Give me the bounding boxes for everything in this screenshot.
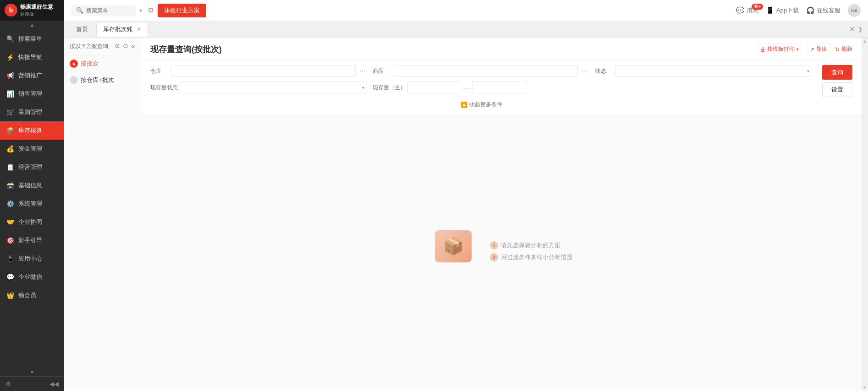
tab-close-icon[interactable]: ✕ — [137, 26, 141, 33]
topbar-gear-icon[interactable]: ⚙ — [148, 6, 154, 15]
app-logo: b — [5, 4, 17, 16]
print-dropdown-icon[interactable]: ▾ — [797, 47, 799, 52]
sidebar-item-label: 基础信息 — [18, 181, 42, 190]
sidebar-header: b 畅康通好生意 标准版 — [0, 0, 64, 21]
empty-tip-2: 2 用过滤条件来缩小分析范围 — [490, 253, 572, 261]
range-dash: — — [464, 84, 470, 91]
goods-input[interactable] — [393, 65, 578, 77]
query-button[interactable]: 查询 — [822, 65, 852, 80]
settings-button[interactable]: 设置 — [822, 82, 852, 97]
user-item[interactable]: Rit — [848, 4, 861, 17]
sidebar-item-label: 销售管理 — [18, 90, 42, 98]
sidebar-item-quick-nav[interactable]: ⚡ 快捷导航 — [0, 48, 64, 66]
sidebar-item-label: 快捷导航 — [18, 53, 42, 61]
topbar-right: 💬 消息 99+ 📱 App下载 🎧 在线客服 Rit — [736, 4, 861, 17]
quick-nav-icon: ⚡ — [5, 53, 15, 62]
topbar-search-box[interactable]: 🔍 — [71, 5, 136, 16]
sidebar-item-inventory[interactable]: 📦 库存核算 — [0, 121, 64, 140]
export-button[interactable]: ↗ 导出 — [807, 43, 830, 55]
refresh-button[interactable]: ↻ 刷新 — [835, 45, 852, 53]
inventory-qty-min-input[interactable] — [407, 81, 462, 93]
finance-icon: 💰 — [5, 144, 15, 153]
plan-unselected-icon: ○ — [70, 76, 78, 84]
tab-panel-expand-icon[interactable]: ❯ — [858, 26, 863, 33]
sidebar-item-enterprise[interactable]: 🤝 企业协同 — [0, 213, 64, 231]
sidebar-item-label: 企业微信 — [18, 273, 42, 281]
inventory-qty-max-input[interactable] — [472, 81, 527, 93]
filter-area: 仓库 ··· 商品 ··· 状态 — [141, 60, 862, 115]
demo-button[interactable]: 体验行业方案 — [158, 4, 206, 17]
topbar: 🔍 ▾ ⚙ 体验行业方案 💬 消息 99+ 📱 App下载 🎧 在线客服 — [64, 0, 868, 21]
page-title: 现存量查询(按批次) — [150, 44, 222, 55]
scroll-up-icon[interactable]: ▲ — [863, 38, 867, 43]
tip-num-1: 1 — [490, 241, 498, 250]
sidebar-item-label: 营销推广 — [18, 71, 42, 80]
collapse-more-btn[interactable]: 🔼 收起更多条件 — [150, 98, 812, 109]
status-select-wrapper: ▾ — [615, 65, 812, 77]
warehouse-more-icon[interactable]: ··· — [357, 67, 367, 75]
warehouse-input[interactable] — [170, 65, 356, 77]
sidebar-item-search[interactable]: 🔍 搜索菜单 — [0, 30, 64, 48]
tabbar: 首页 库存批次账 ✕ ✕ ❯ — [64, 21, 868, 38]
plan-item-by-warehouse-batch[interactable]: ○ 按仓库+批次 — [64, 72, 141, 88]
tab-inventory-batch[interactable]: 库存批次账 ✕ — [96, 22, 148, 37]
plan-item-by-batch[interactable]: ● 按批次 — [64, 55, 141, 72]
sidebar-nav: 🔍 搜索菜单 ⚡ 快捷导航 📢 营销推广 📊 销售管理 🛒 采购管理 📦 库存核… — [0, 30, 64, 367]
manage-plan-icon[interactable]: ⊙ — [123, 42, 128, 50]
sidebar-item-basic[interactable]: 🗃️ 基础信息 — [0, 176, 64, 195]
collapse-up-icon: 🔼 — [461, 102, 467, 108]
sidebar-item-label: 新手引导 — [18, 236, 42, 244]
sidebar-item-newbie[interactable]: 🎯 新手引导 — [0, 231, 64, 250]
plan-label: 按仓库+批次 — [81, 76, 114, 84]
print-button[interactable]: 🖨 按模板打印 ▾ — [757, 43, 802, 55]
status-label: 状态 — [595, 67, 614, 75]
plan-selected-icon: ● — [70, 60, 78, 68]
collapse-left-panel-icon[interactable]: « — [131, 42, 135, 50]
left-panel: 按以下方案查询 ⊕ ⊙ « ● 按批次 ○ 按仓库+批次 — [64, 38, 141, 391]
sidebar-scroll-up[interactable]: ▲ — [0, 21, 64, 30]
sidebar-item-finance[interactable]: 💰 资金管理 — [0, 140, 64, 158]
message-icon: 💬 — [736, 6, 745, 15]
settings-icon[interactable]: ⚙ — [5, 380, 11, 387]
goods-more-icon[interactable]: ··· — [580, 67, 589, 75]
scroll-down-icon[interactable]: ▼ — [863, 385, 867, 390]
inventory-status-select[interactable] — [180, 81, 367, 93]
right-content: 现存量查询(按批次) 🖨 按模板打印 ▾ ↗ 导出 ↻ 刷新 — [141, 38, 862, 391]
brand-text: 畅康通好生意 标准版 — [20, 4, 53, 17]
sidebar-item-app-center[interactable]: 📱 应用中心 — [0, 250, 64, 268]
topbar-search-icon: 🔍 — [76, 7, 83, 14]
tab-panel-close-icon[interactable]: ✕ — [849, 25, 855, 33]
add-plan-icon[interactable]: ⊕ — [115, 42, 120, 50]
print-label: 按模板打印 — [767, 45, 795, 53]
sidebar-item-purchase[interactable]: 🛒 采购管理 — [0, 103, 64, 121]
sidebar-item-label: 经营管理 — [18, 163, 42, 171]
sidebar-item-label: 搜索菜单 — [18, 35, 42, 43]
app-download-label: App下载 — [776, 6, 799, 15]
collapse-sidebar-icon[interactable]: ◀◀ — [49, 380, 59, 387]
sidebar-item-operations[interactable]: 📋 经营管理 — [0, 158, 64, 176]
sidebar-item-sales[interactable]: 📊 销售管理 — [0, 85, 64, 103]
app-download-item[interactable]: 📱 App下载 — [766, 6, 799, 15]
message-item[interactable]: 💬 消息 99+ — [736, 6, 758, 15]
topbar-left: 🔍 ▾ ⚙ 体验行业方案 — [71, 4, 731, 17]
sidebar-item-label: 系统管理 — [18, 200, 42, 208]
sidebar-scroll-down[interactable]: ▼ — [0, 367, 64, 376]
empty-illustration — [430, 230, 476, 276]
filter-inventory-status: 现存量状态 ▾ — [150, 81, 367, 93]
sidebar-item-marketing[interactable]: 📢 营销推广 — [0, 66, 64, 85]
sidebar-item-member[interactable]: 👑 畅会员 — [0, 286, 64, 304]
search-input[interactable] — [86, 7, 123, 14]
plan-label: 按批次 — [81, 60, 99, 68]
content-area: 按以下方案查询 ⊕ ⊙ « ● 按批次 ○ 按仓库+批次 现存量查询(按批次) — [64, 38, 868, 391]
tab-home[interactable]: 首页 — [70, 22, 94, 36]
operations-icon: 📋 — [5, 163, 15, 172]
filter-inventory-qty: 现存量（主） — — [373, 81, 589, 93]
sidebar-item-system[interactable]: ⚙️ 系统管理 — [0, 195, 64, 213]
page-header: 现存量查询(按批次) 🖨 按模板打印 ▾ ↗ 导出 ↻ 刷新 — [141, 38, 862, 60]
online-service-item[interactable]: 🎧 在线客服 — [806, 6, 841, 15]
export-label: 导出 — [816, 45, 827, 53]
sidebar-item-wechat[interactable]: 💬 企业微信 — [0, 268, 64, 286]
status-select[interactable] — [615, 65, 812, 77]
topbar-chevron-icon[interactable]: ▾ — [139, 7, 142, 14]
sidebar-item-label: 采购管理 — [18, 108, 42, 116]
